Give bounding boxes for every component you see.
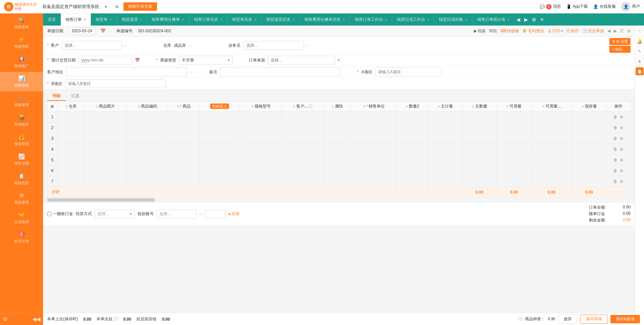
cell-warehouse-3[interactable] bbox=[58, 133, 84, 144]
cell-mainunit-2[interactable] bbox=[428, 122, 462, 133]
cell-spec-6[interactable] bbox=[240, 165, 282, 176]
cell-avail2-2[interactable] bbox=[531, 122, 572, 133]
cell-qty2-6[interactable] bbox=[397, 165, 428, 176]
cell-attr-3[interactable] bbox=[324, 133, 351, 144]
nav-prev-icon[interactable]: ◀ bbox=[607, 29, 610, 33]
sidebar-item-inventory[interactable]: 📦 库存核算 bbox=[0, 111, 43, 130]
cell-mainqty-2[interactable] bbox=[462, 122, 497, 133]
cell-img-3[interactable] bbox=[84, 133, 126, 144]
customer-input[interactable] bbox=[62, 41, 122, 50]
tab-close-icon[interactable]: × bbox=[385, 17, 387, 22]
sidebar-item-base[interactable]: 📋 基础信息 bbox=[0, 169, 43, 189]
bank-account-select[interactable]: 选择... bbox=[156, 210, 197, 218]
cell-avail-4[interactable] bbox=[497, 144, 531, 155]
add-payment-btn[interactable]: ● 添加 bbox=[228, 211, 239, 217]
online-service-item[interactable]: 👤 在线客服 bbox=[593, 4, 616, 9]
remark-input[interactable] bbox=[220, 68, 341, 76]
tab-sales-return-hist[interactable]: 销货退货历史 × bbox=[262, 13, 300, 26]
payment-method-select[interactable]: 选择... ▾ bbox=[94, 210, 135, 218]
tab-nav-right[interactable]: ▶ bbox=[522, 13, 530, 26]
cell-attr-4[interactable] bbox=[324, 144, 351, 155]
right-icon-4[interactable]: ★ bbox=[636, 57, 644, 65]
col-sort-icon[interactable]: ⇅ bbox=[293, 105, 296, 108]
tab-close-all[interactable]: ✕ bbox=[538, 13, 546, 26]
profit-toolbar-btn[interactable]: 🌾 毛利预估 bbox=[522, 28, 544, 34]
cell-mainunit-4[interactable] bbox=[428, 144, 462, 155]
sidebar-item-purchase[interactable]: 🛒 采购管理 bbox=[0, 91, 43, 111]
col-sort-icon[interactable]: ⇅ bbox=[438, 105, 440, 108]
cell-attr-7[interactable] bbox=[324, 176, 351, 187]
staff-input[interactable] bbox=[243, 41, 304, 50]
print-toolbar-btn[interactable]: 🖨 打印 ▾ bbox=[547, 28, 563, 34]
col-sort-icon[interactable]: ⇅ bbox=[177, 105, 180, 108]
tab-nav-left[interactable]: ◀ bbox=[515, 13, 522, 26]
cell-stock-5[interactable] bbox=[572, 155, 606, 165]
topbar-settings-icon[interactable]: ▾ bbox=[102, 3, 110, 11]
tab-close-icon[interactable]: × bbox=[84, 17, 86, 22]
cell-warehouse-5[interactable] bbox=[58, 155, 84, 165]
cell-code-6[interactable] bbox=[126, 165, 168, 176]
cell-unit-7[interactable] bbox=[351, 176, 397, 187]
tab-close-icon[interactable]: × bbox=[293, 17, 295, 22]
one-click-checkbox[interactable] bbox=[47, 212, 51, 216]
cell-unit-2[interactable] bbox=[351, 122, 397, 133]
col-sort-icon[interactable]: ⇅ bbox=[406, 105, 408, 108]
logistics-quick-btn[interactable]: + 物流 bbox=[609, 46, 631, 53]
cell-qty2-4[interactable] bbox=[397, 144, 428, 155]
sidebar-item-search[interactable]: 🔍 搜索菜单 bbox=[0, 13, 43, 33]
cell-mainqty-6[interactable] bbox=[462, 165, 497, 176]
invoice-select[interactable]: 不开票 ▾ bbox=[179, 56, 233, 65]
tab-home[interactable]: 首页 bbox=[43, 13, 61, 26]
cell-mainqty-7[interactable] bbox=[462, 176, 497, 187]
cell-attr-2[interactable] bbox=[324, 122, 351, 133]
cell-qty2-7[interactable] bbox=[397, 176, 428, 187]
cell-code-3[interactable] bbox=[126, 133, 168, 144]
cell-img-2[interactable] bbox=[84, 122, 126, 133]
tab-summary[interactable]: 汇总 bbox=[66, 92, 85, 101]
right-icon-1[interactable]: ☆ bbox=[636, 27, 644, 35]
cell-avail2-4[interactable] bbox=[531, 144, 572, 155]
customer-dots-btn[interactable]: ··· bbox=[123, 43, 127, 48]
cell-warehouse-4[interactable] bbox=[58, 144, 84, 155]
delivery-input[interactable] bbox=[78, 56, 132, 65]
cell-product-6[interactable] bbox=[168, 165, 199, 176]
cell-attr-6[interactable] bbox=[324, 165, 351, 176]
cell-product-4[interactable] bbox=[168, 144, 199, 155]
sidebar-item-system[interactable]: ⚙ 系统管理 bbox=[0, 189, 43, 208]
a-project-input[interactable] bbox=[375, 68, 442, 76]
calendar-icon[interactable]: 📅 bbox=[101, 29, 106, 33]
cell-qty2-3[interactable] bbox=[397, 133, 428, 144]
cell-img-1[interactable] bbox=[84, 112, 126, 122]
tab-sales-stats[interactable]: 销售订单统计表 × bbox=[472, 13, 515, 26]
right-icon-2[interactable]: 🔔 bbox=[636, 37, 644, 45]
col-sort-icon[interactable]: ⇅ bbox=[65, 105, 68, 108]
cell-code-2[interactable] bbox=[126, 122, 168, 133]
cell-product-7[interactable] bbox=[168, 176, 199, 187]
user-item[interactable]: 👤 用户 bbox=[621, 2, 640, 11]
col-sort-icon[interactable]: ⇅ bbox=[506, 105, 509, 108]
delete-row-icon[interactable]: 🗑 bbox=[613, 179, 617, 184]
sidebar-collapse-icon[interactable]: ◀◀ bbox=[32, 316, 40, 322]
date-value[interactable]: 2023-03-24 bbox=[69, 28, 95, 34]
cell-qty2-2[interactable] bbox=[397, 122, 428, 133]
col-info-icon[interactable]: ⓘ bbox=[308, 104, 312, 109]
cell-mainunit-1[interactable] bbox=[428, 112, 462, 122]
sidebar-item-sales[interactable]: 📊 销售管理 bbox=[0, 72, 43, 91]
cell-custno-2[interactable] bbox=[282, 122, 324, 133]
delivery-cal-icon[interactable]: 📅 bbox=[135, 58, 140, 63]
save-new-button[interactable]: 保存&新增 bbox=[610, 315, 640, 323]
bank-dots-btn[interactable]: ··· bbox=[199, 212, 203, 216]
cell-avail-5[interactable] bbox=[497, 155, 531, 165]
delete-row-icon[interactable]: 🗑 bbox=[613, 125, 617, 130]
cell-img-5[interactable] bbox=[84, 155, 126, 165]
order-source-input[interactable] bbox=[268, 56, 335, 65]
horizontal-scrollbar[interactable] bbox=[47, 198, 631, 202]
delete-row-icon[interactable]: 🗑 bbox=[613, 158, 617, 162]
col-sort-icon[interactable]: ⇅ bbox=[363, 105, 366, 108]
topbar-gear-icon[interactable]: ⚙ bbox=[113, 3, 121, 11]
col-settings[interactable]: ⚙ bbox=[47, 101, 58, 112]
sidebar-item-guide[interactable]: 🎯 新手引导 bbox=[0, 228, 43, 247]
help-toolbar-btn[interactable]: 帮助 bbox=[489, 28, 497, 34]
cell-avail-6[interactable] bbox=[497, 165, 531, 176]
copy-row-icon[interactable]: ⊕ bbox=[620, 168, 623, 173]
